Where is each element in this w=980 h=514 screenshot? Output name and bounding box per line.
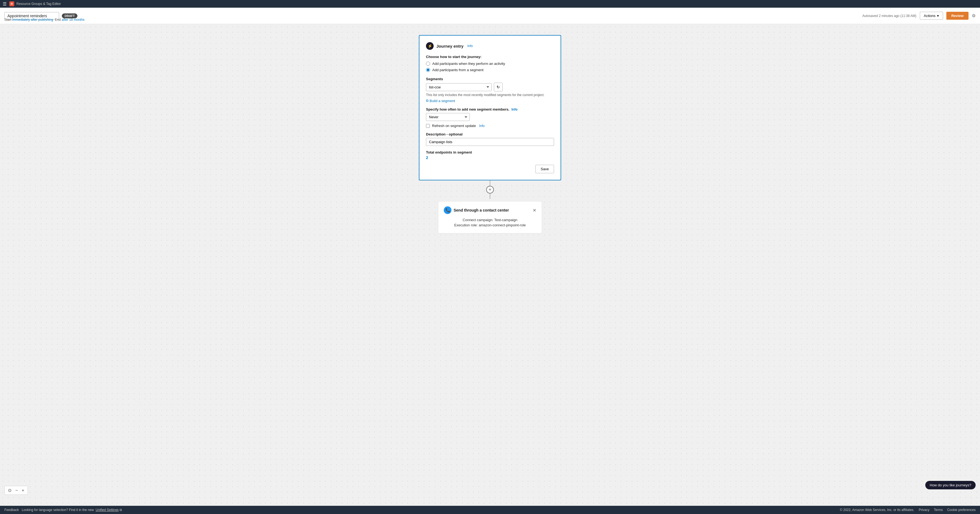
refresh-checkbox[interactable]	[426, 124, 430, 128]
option2-radio[interactable]	[426, 68, 430, 72]
specify-label-text: Specify how often to add new segment mem…	[426, 107, 509, 111]
total-label: Total endpoints in segment	[426, 150, 554, 154]
journey-canvas: ⚡ Journey entry Info Choose how to start…	[0, 24, 980, 506]
zoom-out-button[interactable]: −	[14, 487, 19, 493]
cc-title: Send through a contact center	[453, 208, 509, 212]
zoom-target-button[interactable]: ⊙	[7, 487, 13, 493]
save-button[interactable]: Save	[535, 165, 554, 173]
card-header: ⚡ Journey entry Info	[426, 42, 554, 50]
terms-link[interactable]: Terms	[934, 508, 943, 512]
copyright-text: © 2022, Amazon Web Services, Inc. or its…	[840, 508, 914, 512]
app-title: Resource Groups & Tag Editor	[16, 2, 61, 6]
refresh-icon: ↻	[496, 85, 500, 89]
description-input[interactable]	[426, 138, 554, 146]
cc-close-button[interactable]: ✕	[533, 208, 536, 213]
segments-section: Segments list-ccw ↻ This list only inclu…	[426, 77, 554, 103]
start-options: Add participants when they perform an ac…	[426, 62, 554, 72]
total-endpoints-section: Total endpoints in segment 2	[426, 150, 554, 160]
option1-radio[interactable]	[426, 62, 430, 66]
feedback-pill-text: How do you like journeys?	[930, 483, 971, 487]
specify-section: Specify how often to add new segment mem…	[426, 107, 554, 128]
build-segment-link[interactable]: ⧉ Build a segment	[426, 99, 554, 103]
choose-start-section: Choose how to start the journey: Add par…	[426, 55, 554, 72]
cc-header-left: 📞 Send through a contact center	[444, 206, 509, 214]
end-label: End	[55, 18, 61, 22]
start-link[interactable]: Immediately after publishing	[12, 18, 53, 22]
page-header: DRAFT Start Immediately after publishing…	[0, 8, 980, 24]
segments-dropdown-row: list-ccw ↻	[426, 83, 554, 91]
card-title: Journey entry	[436, 44, 463, 48]
app-icon: R	[9, 2, 14, 6]
feedback-hint-text: Looking for language selection? Find it …	[22, 508, 94, 512]
review-button[interactable]: Review	[947, 12, 969, 20]
specify-row: Never	[426, 113, 554, 121]
save-row: Save	[426, 165, 554, 173]
journey-entry-icon: ⚡	[426, 42, 434, 50]
start-end-info: Start Immediately after publishing End a…	[5, 18, 84, 22]
draft-badge: DRAFT	[62, 13, 78, 18]
option1-text: Add participants when they perform an ac…	[432, 62, 505, 66]
feedback-bar-right: © 2022, Amazon Web Services, Inc. or its…	[840, 508, 975, 512]
segments-label: Segments	[426, 77, 554, 81]
refresh-info-link[interactable]: Info	[479, 124, 485, 128]
build-segment-label: Build a segment	[430, 99, 455, 103]
end-link[interactable]: after 18 months	[62, 18, 84, 22]
cc-execution-role: Execution role: amazon-connect-pinpoint-…	[444, 223, 536, 227]
plus-icon: +	[488, 187, 492, 193]
specify-info-link[interactable]: Info	[511, 108, 517, 111]
add-step-button[interactable]: +	[486, 186, 494, 194]
actions-chevron-icon: ▾	[937, 14, 939, 18]
connector-line-top	[490, 180, 490, 186]
journey-entry-card: ⚡ Journey entry Info Choose how to start…	[419, 35, 561, 180]
option1-label[interactable]: Add participants when they perform an ac…	[426, 62, 554, 66]
actions-button[interactable]: Actions ▾	[920, 12, 943, 20]
cc-connect-campaign: Connect campaign: Test-campaign	[444, 218, 536, 222]
start-label: Start	[5, 18, 11, 22]
zoom-in-button[interactable]: +	[21, 487, 25, 493]
description-section: Description - optional	[426, 132, 554, 146]
connector-line-bottom	[490, 194, 490, 199]
cc-header: 📞 Send through a contact center ✕	[444, 206, 536, 214]
refresh-checkbox-row: Refresh on segment update Info	[426, 124, 554, 128]
top-bar: ☰ R Resource Groups & Tag Editor	[0, 0, 980, 8]
cookie-link[interactable]: Cookie preferences	[947, 508, 975, 512]
specify-label: Specify how often to add new segment mem…	[426, 107, 554, 111]
option2-label[interactable]: Add participants from a segment	[426, 68, 554, 72]
privacy-link[interactable]: Privacy	[919, 508, 929, 512]
zoom-plus-icon: +	[22, 488, 24, 493]
segment-hint-text: This list only includes the most recentl…	[426, 93, 554, 97]
refresh-checkbox-label: Refresh on segment update	[432, 124, 476, 128]
zoom-minus-icon: −	[15, 488, 18, 493]
hamburger-menu-icon[interactable]: ☰	[3, 2, 6, 6]
refresh-segments-button[interactable]: ↻	[494, 83, 503, 91]
option2-text: Add participants from a segment	[432, 68, 484, 72]
choose-label: Choose how to start the journey:	[426, 55, 554, 59]
desc-label: Description - optional	[426, 132, 554, 136]
specify-select[interactable]: Never	[426, 113, 470, 121]
feedback-hint: Looking for language selection? Find it …	[20, 508, 122, 512]
feedback-link[interactable]: Feedback	[5, 508, 19, 512]
zoom-target-icon: ⊙	[8, 488, 11, 493]
contact-center-card: 📞 Send through a contact center ✕ Connec…	[438, 201, 542, 234]
external-link-icon: ⧉	[426, 99, 428, 103]
autosaved-text: Autosaved 2 minutes ago (11:38 AM)	[862, 14, 916, 18]
feedback-bar: Feedback Looking for language selection?…	[0, 506, 980, 514]
total-value: 2	[426, 156, 554, 160]
actions-label: Actions	[924, 14, 935, 18]
unified-settings-link[interactable]: Unified Settings	[96, 508, 119, 512]
header-right: Autosaved 2 minutes ago (11:38 AM) Actio…	[862, 12, 975, 20]
segments-select[interactable]: list-ccw	[426, 83, 492, 91]
journey-entry-info-link[interactable]: Info	[467, 44, 473, 48]
feedback-pill[interactable]: How do you like journeys?	[925, 481, 975, 489]
settings-icon[interactable]: ⚙	[972, 13, 975, 18]
contact-center-icon: 📞	[444, 206, 452, 214]
zoom-controls: ⊙ − +	[5, 486, 28, 495]
